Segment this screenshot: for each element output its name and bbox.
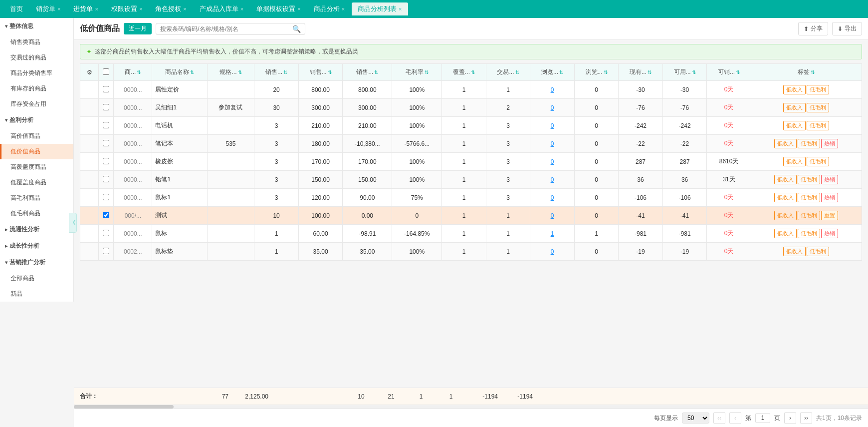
row-checkbox[interactable] — [103, 104, 109, 110]
gear-icon[interactable]: ⚙ — [87, 69, 92, 76]
next-page-button[interactable]: › — [784, 412, 796, 424]
sidebar-item-category-rate[interactable]: 商品分类销售率 — [0, 65, 73, 81]
view1-link[interactable]: 0 — [551, 212, 554, 219]
sidebar-item-traded[interactable]: 交易过的商品 — [0, 50, 73, 65]
scroll-thumb[interactable] — [74, 405, 174, 409]
col-trade[interactable]: 交易...⇅ — [486, 64, 530, 81]
cell-view1[interactable]: 0 — [530, 171, 575, 189]
sidebar-item-sales-products[interactable]: 销售类商品 — [0, 34, 73, 50]
cell-checkbox[interactable] — [99, 153, 114, 171]
col-qty[interactable]: 销售...⇅ — [254, 64, 299, 81]
col-code[interactable]: 商...⇅ — [114, 64, 152, 81]
cell-view1[interactable]: 0 — [530, 153, 575, 171]
nav-close-permissions[interactable]: × — [139, 6, 142, 12]
view1-link[interactable]: 0 — [551, 122, 554, 129]
next-page-button2[interactable]: ›› — [800, 412, 812, 424]
nav-sales[interactable]: 销货单 × — [30, 2, 66, 15]
cell-view1[interactable]: 0 — [530, 207, 575, 225]
row-checkbox[interactable] — [103, 176, 109, 182]
cell-checkbox[interactable] — [99, 171, 114, 189]
view1-link[interactable]: 0 — [551, 104, 554, 111]
filter-button[interactable]: 近一月 — [124, 23, 152, 34]
row-checkbox[interactable] — [103, 194, 109, 200]
nav-close-roles[interactable]: × — [183, 6, 186, 12]
nav-purchase[interactable]: 进货单 × — [67, 2, 104, 15]
cell-checkbox[interactable] — [99, 99, 114, 117]
nav-home[interactable]: 首页 — [4, 2, 29, 15]
nav-close-stock[interactable]: × — [240, 6, 243, 12]
view1-link[interactable]: 0 — [551, 194, 554, 201]
nav-close-purchase[interactable]: × — [95, 6, 98, 12]
row-checkbox[interactable] — [103, 212, 109, 218]
cell-checkbox[interactable] — [99, 225, 114, 243]
prev-page-button[interactable]: ‹‹ — [713, 412, 725, 424]
view1-link[interactable]: 0 — [551, 248, 554, 255]
cell-view1[interactable]: 0 — [530, 117, 575, 135]
nav-close-sales[interactable]: × — [57, 6, 60, 12]
search-input[interactable] — [160, 25, 290, 32]
sidebar-group-overall[interactable]: ▾ 整体信息 — [0, 18, 73, 34]
sidebar-item-all-products[interactable]: 全部商品 — [0, 271, 73, 286]
sidebar-item-has-stock[interactable]: 有库存的商品 — [0, 81, 73, 96]
cell-checkbox[interactable] — [99, 117, 114, 135]
cell-checkbox[interactable] — [99, 243, 114, 261]
sidebar-item-high-coverage[interactable]: 高覆盖度商品 — [0, 159, 73, 175]
row-checkbox[interactable] — [103, 248, 109, 254]
table-container[interactable]: ⚙ 商...⇅ 商品名称⇅ 规格...⇅ 销售...⇅ 销售...⇅ 销售...… — [74, 63, 868, 388]
nav-close-template[interactable]: × — [297, 6, 300, 12]
sidebar-item-high-margin[interactable]: 高毛利商品 — [0, 190, 73, 206]
view1-link[interactable]: 0 — [551, 86, 554, 93]
col-view1[interactable]: 浏览...⇅ — [530, 64, 575, 81]
row-checkbox[interactable] — [103, 230, 109, 236]
col-tags[interactable]: 标签⇅ — [751, 64, 862, 81]
col-saleable[interactable]: 可销...⇅ — [707, 64, 751, 81]
col-view2[interactable]: 浏览...⇅ — [574, 64, 619, 81]
page-input[interactable] — [755, 413, 770, 423]
prev-page-button2[interactable]: ‹ — [729, 412, 741, 424]
view1-link[interactable]: 0 — [551, 158, 554, 165]
sidebar-item-low-value[interactable]: 低价值商品 — [0, 144, 73, 159]
col-margin[interactable]: 毛利率⇅ — [392, 64, 442, 81]
select-all-checkbox[interactable] — [103, 68, 109, 75]
cell-checkbox[interactable] — [99, 135, 114, 153]
horizontal-scrollbar[interactable] — [74, 405, 868, 409]
nav-roles[interactable]: 角色授权 × — [149, 2, 192, 15]
cell-view1[interactable]: 0 — [530, 81, 575, 99]
cell-checkbox[interactable] — [99, 207, 114, 225]
row-checkbox[interactable] — [103, 158, 109, 164]
cell-checkbox[interactable] — [99, 189, 114, 207]
col-current[interactable]: 现有...⇅ — [619, 64, 663, 81]
search-icon[interactable]: 🔍 — [292, 25, 301, 33]
nav-close-product-analysis[interactable]: × — [342, 6, 345, 12]
col-select-all[interactable] — [99, 64, 114, 81]
cell-view1[interactable]: 0 — [530, 135, 575, 153]
view1-link[interactable]: 0 — [551, 140, 554, 147]
sidebar-group-liquidity[interactable]: ▸ 流通性分析 — [0, 221, 73, 238]
sidebar-item-new-products[interactable]: 新品 — [0, 286, 73, 302]
sidebar-item-low-margin[interactable]: 低毛利商品 — [0, 206, 73, 221]
view1-link[interactable]: 0 — [551, 176, 554, 183]
col-amount[interactable]: 销售...⇅ — [343, 64, 392, 81]
nav-stock[interactable]: 产成品入库单 × — [194, 2, 249, 15]
nav-template[interactable]: 单据模板设置 × — [250, 2, 306, 15]
col-spec[interactable]: 规格...⇅ — [207, 64, 254, 81]
sidebar-group-marketing[interactable]: ▾ 营销推广分析 — [0, 254, 73, 271]
col-available[interactable]: 可用...⇅ — [662, 64, 707, 81]
sidebar-collapse-button[interactable]: 《 — [69, 213, 77, 233]
nav-product-list[interactable]: 商品分析列表 × — [352, 2, 408, 15]
cell-checkbox[interactable] — [99, 81, 114, 99]
sidebar-item-high-value[interactable]: 高价值商品 — [0, 128, 73, 144]
sidebar-item-low-coverage[interactable]: 低覆盖度商品 — [0, 175, 73, 190]
cell-view1[interactable]: 0 — [530, 189, 575, 207]
sidebar-item-stock-capital[interactable]: 库存资金占用 — [0, 96, 73, 112]
view1-link[interactable]: 1 — [551, 230, 554, 237]
cell-view1[interactable]: 0 — [530, 243, 575, 261]
page-size-select[interactable]: 50 100 200 — [682, 413, 709, 424]
col-price[interactable]: 销售...⇅ — [298, 64, 343, 81]
col-coverage[interactable]: 覆盖...⇅ — [442, 64, 486, 81]
sidebar-group-profit[interactable]: ▾ 盈利分析 — [0, 112, 73, 128]
row-checkbox[interactable] — [103, 140, 109, 146]
row-checkbox[interactable] — [103, 86, 109, 92]
row-checkbox[interactable] — [103, 122, 109, 128]
export-button[interactable]: ⬇ 导出 — [832, 22, 862, 35]
